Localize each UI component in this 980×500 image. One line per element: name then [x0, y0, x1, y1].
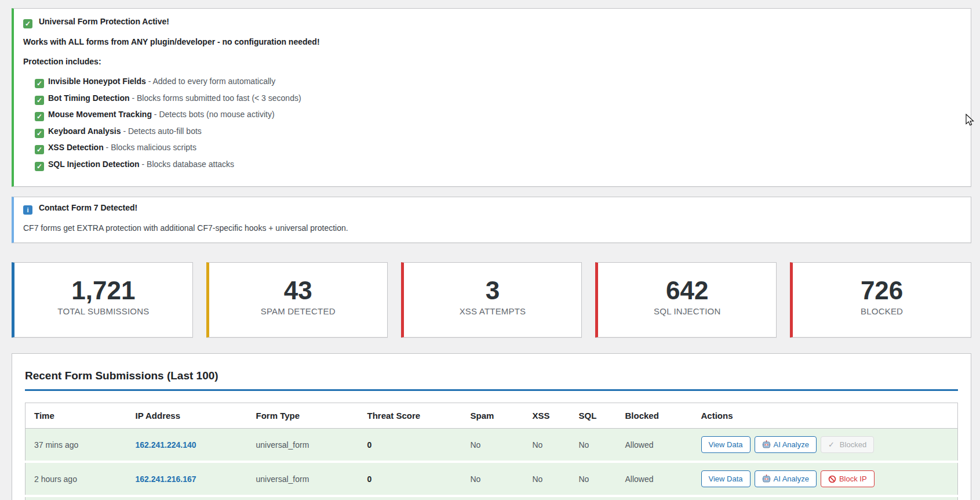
admin-page: Universal Form Protection Active! Works … [0, 0, 980, 500]
view-data-button[interactable]: View Data [701, 436, 751, 453]
protection-notice-subtitle: Works with ALL forms from ANY plugin/dev… [23, 36, 959, 48]
ai-analyze-label: AI Analyze [774, 440, 809, 449]
stat-value: 1,721 [20, 277, 187, 305]
cell-spam: No [462, 429, 524, 462]
feature-name: XSS Detection [48, 143, 104, 152]
cf7-notice-description: CF7 forms get EXTRA protection with addi… [23, 222, 959, 234]
feature-item: Mouse Movement Tracking - Detects bots (… [35, 108, 959, 121]
ip-address-link[interactable]: 162.241.216.167 [136, 474, 196, 484]
feature-name: Mouse Movement Tracking [48, 110, 152, 119]
stats-row: 1,721TOTAL SUBMISSIONS43SPAM DETECTED3XS… [12, 262, 971, 338]
block-action-label: Blocked [840, 440, 866, 449]
cell-threat-score: 0 [359, 496, 462, 500]
check-icon [35, 129, 44, 138]
feature-name: Bot Timing Detection [48, 93, 130, 103]
view-data-label: View Data [709, 474, 743, 483]
cell-xss: No [524, 429, 570, 462]
stat-value: 3 [410, 277, 576, 305]
column-header-sql: SQL [570, 403, 617, 429]
cell-xss: No [524, 462, 570, 496]
check-icon [23, 19, 32, 28]
column-header-time: Time [25, 403, 127, 429]
stat-label: TOTAL SUBMISSIONS [20, 306, 187, 316]
cell-threat-score: 0 [359, 462, 462, 496]
feature-name: Keyboard Analysis [48, 126, 121, 136]
protection-active-notice: Universal Form Protection Active! Works … [12, 8, 971, 187]
blocked-button[interactable]: Blocked [821, 436, 874, 453]
ai-analyze-button[interactable]: AI Analyze [755, 436, 817, 453]
cell-ip-address: 179.43.159.197 [127, 496, 247, 500]
submissions-table-body: 37 mins ago162.241.224.140universal_form… [25, 429, 958, 500]
stat-card-sql-injection: 642SQL INJECTION [595, 262, 777, 338]
cell-spam: No [462, 496, 524, 500]
table-row: 2 hours ago179.43.159.197universal_form0… [25, 496, 958, 500]
protection-notice-title: Universal Form Protection Active! [39, 17, 169, 26]
threat-score-value: 0 [367, 474, 372, 484]
check-icon [35, 96, 44, 105]
stat-value: 726 [799, 277, 965, 305]
cell-form-type: universal_form [247, 496, 359, 500]
table-header-row: TimeIP AddressForm TypeThreat ScoreSpamX… [25, 403, 958, 429]
ip-address-link[interactable]: 162.241.224.140 [136, 440, 196, 450]
stat-card-xss-attempts: 3XSS ATTEMPTS [401, 262, 582, 338]
column-header-threat-score: Threat Score [359, 403, 462, 429]
table-row: 2 hours ago162.241.216.167universal_form… [25, 462, 958, 496]
cell-sql: No [570, 462, 617, 496]
stat-label: SQL INJECTION [604, 306, 770, 316]
cell-time: 37 mins ago [25, 429, 127, 462]
cell-actions: View DataAI AnalyzeBlock IP [693, 462, 958, 496]
stat-value: 642 [604, 277, 770, 305]
stat-card-spam-detected: 43SPAM DETECTED [206, 262, 388, 338]
feature-item: Bot Timing Detection - Blocks forms subm… [35, 92, 959, 105]
column-header-spam: Spam [462, 403, 524, 429]
view-data-button[interactable]: View Data [701, 470, 751, 487]
feature-item: Keyboard Analysis - Detects auto-fill bo… [35, 125, 959, 138]
stat-value: 43 [215, 277, 381, 305]
mouse-cursor-icon [966, 114, 974, 126]
cf7-detected-notice: Contact Form 7 Detected! CF7 forms get E… [12, 197, 971, 243]
feature-name: Invisible Honeypot Fields [48, 77, 146, 86]
ai-analyze-button[interactable]: AI Analyze [755, 470, 817, 487]
check-icon [35, 112, 44, 121]
ai-analyze-label: AI Analyze [774, 474, 809, 483]
stat-label: SPAM DETECTED [215, 306, 381, 316]
robot-icon [762, 474, 771, 483]
recent-submissions-section: Recent Form Submissions (Last 100) TimeI… [12, 353, 971, 500]
column-header-actions: Actions [693, 403, 958, 429]
stat-card-total-submissions: 1,721TOTAL SUBMISSIONS [12, 262, 193, 338]
section-title: Recent Form Submissions (Last 100) [25, 369, 958, 391]
protection-notice-title-line: Universal Form Protection Active! [23, 16, 959, 28]
column-header-blocked: Blocked [617, 403, 693, 429]
protection-includes-label: Protection includes: [23, 56, 959, 68]
stat-label: BLOCKED [799, 306, 965, 316]
info-icon [23, 205, 32, 215]
cell-time: 2 hours ago [25, 462, 127, 496]
cell-form-type: universal_form [247, 429, 359, 462]
feature-description: - Blocks forms submitted too fast (< 3 s… [132, 93, 301, 103]
feature-description: - Detects auto-fill bots [123, 126, 201, 136]
cell-xss: No [524, 496, 570, 500]
cell-threat-score: 0 [359, 429, 462, 462]
submissions-table: TimeIP AddressForm TypeThreat ScoreSpamX… [25, 403, 958, 500]
cell-form-type: universal_form [247, 462, 359, 496]
robot-icon [762, 440, 771, 449]
stat-card-blocked: 726BLOCKED [790, 262, 971, 338]
block-action-label: Block IP [839, 474, 867, 483]
cell-sql: No [570, 496, 617, 500]
stat-label: XSS ATTEMPTS [410, 306, 576, 316]
check-icon [35, 79, 44, 88]
feature-description: - Added to every form automatically [148, 77, 275, 86]
cell-actions: View DataAI AnalyzeBlock IP [693, 496, 958, 500]
block-ip-button[interactable]: Block IP [821, 470, 875, 487]
block-icon [828, 475, 836, 483]
cell-blocked-status: Allowed [617, 496, 693, 500]
blocked-check-icon [828, 440, 837, 449]
cell-ip-address: 162.241.224.140 [127, 429, 247, 462]
cf7-notice-title: Contact Form 7 Detected! [39, 203, 137, 212]
cell-time: 2 hours ago [25, 496, 127, 500]
table-row: 37 mins ago162.241.224.140universal_form… [25, 429, 958, 462]
feature-name: SQL Injection Detection [48, 160, 140, 169]
feature-description: - Blocks malicious scripts [106, 143, 196, 152]
check-icon [35, 162, 44, 171]
cell-ip-address: 162.241.216.167 [127, 462, 247, 496]
